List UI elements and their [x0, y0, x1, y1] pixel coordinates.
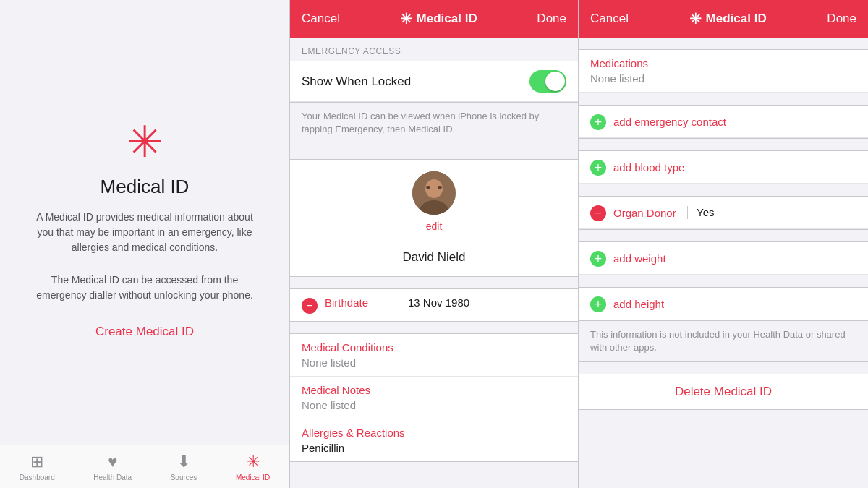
allergies-row: Allergies & Reactions Penicillin — [290, 419, 578, 461]
tab-medical-id[interactable]: ✳ Medical ID — [236, 453, 270, 481]
delete-medical-id-button[interactable]: Delete Medical ID — [579, 374, 868, 409]
right-nav-asterisk-icon: ✳ — [689, 10, 702, 27]
tab-bar: ⊞ Dashboard ♥ Health Data ⬇ Sources ✳ Me… — [0, 445, 289, 488]
add-blood-type-plus-icon[interactable]: + — [590, 160, 606, 176]
home-panel: ✳ Medical ID A Medical ID provides medic… — [0, 0, 289, 488]
show-when-locked-toggle[interactable] — [529, 70, 566, 93]
home-content: ✳ Medical ID A Medical ID provides medic… — [0, 0, 289, 445]
medications-value: None listed — [590, 72, 856, 85]
height-section: + add height This information is not inc… — [579, 287, 868, 362]
add-blood-type-row[interactable]: + add blood type — [579, 151, 868, 184]
allergies-label: Allergies & Reactions — [302, 427, 566, 439]
medical-id-tab-icon: ✳ — [247, 453, 260, 471]
organ-donor-label-section: Organ Donor — [613, 207, 678, 219]
svg-point-4 — [438, 186, 442, 189]
medications-section: Medications None listed — [579, 49, 868, 93]
home-title: Medical ID — [101, 176, 190, 198]
add-height-plus-icon[interactable]: + — [590, 296, 606, 312]
emergency-section-header: EMERGENCY ACCESS — [290, 38, 578, 61]
medical-id-icon: ✳ — [127, 121, 163, 164]
profile-name-row: David Nield — [302, 241, 566, 265]
right-scroll-content: Medications None listed + add emergency … — [579, 38, 868, 488]
profile-edit-link[interactable]: edit — [426, 221, 443, 232]
avatar-svg — [412, 171, 456, 215]
svg-point-3 — [426, 186, 430, 189]
mid-nav-bar: Cancel ✳ Medical ID Done — [290, 0, 578, 38]
organ-donor-minus-button[interactable]: − — [590, 205, 606, 221]
profile-name: David Nield — [403, 250, 466, 264]
right-cancel-button[interactable]: Cancel — [590, 12, 629, 26]
right-nav-bar: Cancel ✳ Medical ID Done — [579, 0, 868, 38]
right-nav-title: ✳ Medical ID — [689, 10, 767, 27]
allergies-value: Penicillin — [302, 442, 566, 454]
medications-row: Medications None listed — [579, 50, 868, 93]
tab-medical-id-label: Medical ID — [236, 474, 270, 481]
right-done-button[interactable]: Done — [827, 12, 856, 26]
medications-label: Medications — [590, 57, 856, 69]
organ-donor-row: − Organ Donor Yes — [579, 197, 868, 229]
add-weight-row[interactable]: + add weight — [579, 242, 868, 275]
medical-notes-row: Medical Notes None listed — [290, 377, 578, 419]
mid-scroll-content: EMERGENCY ACCESS Show When Locked Your M… — [290, 38, 578, 488]
sources-icon: ⬇ — [177, 453, 190, 471]
mid-nav-title: ✳ Medical ID — [400, 10, 477, 27]
add-blood-type-label: add blood type — [613, 161, 684, 174]
weight-section: + add weight — [579, 241, 868, 275]
birthdate-row: − Birthdate 13 Nov 1980 — [290, 289, 578, 321]
dashboard-icon: ⊞ — [30, 453, 43, 471]
add-height-label: add height — [613, 298, 664, 310]
medical-notes-label: Medical Notes — [302, 384, 566, 396]
mid-done-button[interactable]: Done — [537, 12, 566, 26]
create-medical-id-link[interactable]: Create Medical ID — [95, 325, 194, 339]
organ-donor-value: Yes — [697, 206, 714, 218]
health-data-icon: ♥ — [108, 453, 117, 471]
birthdate-value[interactable]: 13 Nov 1980 — [408, 296, 469, 309]
mid-panel: Cancel ✳ Medical ID Done EMERGENCY ACCES… — [289, 0, 579, 488]
birthdate-section: − Birthdate 13 Nov 1980 — [290, 288, 578, 322]
medical-conditions-row: Medical Conditions None listed — [290, 334, 578, 377]
show-when-locked-row: Show When Locked — [290, 61, 578, 102]
right-panel: Cancel ✳ Medical ID Done Medications Non… — [579, 0, 868, 488]
organ-donor-value-section[interactable]: Yes — [687, 206, 714, 219]
mid-nav-asterisk-icon: ✳ — [400, 10, 412, 27]
organ-donor-section: − Organ Donor Yes — [579, 196, 868, 230]
tab-sources-label: Sources — [171, 474, 197, 481]
svg-point-1 — [425, 179, 443, 198]
birthdate-divider — [399, 296, 399, 312]
medical-conditions-label: Medical Conditions — [302, 341, 566, 354]
add-height-row[interactable]: + add height — [579, 288, 868, 320]
medical-conditions-value: None listed — [302, 356, 566, 369]
emergency-contact-section: + add emergency contact — [579, 105, 868, 139]
birthdate-label: Birthdate — [325, 296, 390, 309]
add-emergency-contact-label: add emergency contact — [613, 116, 726, 128]
emergency-access-group: Show When Locked — [290, 61, 578, 103]
medical-conditions-section: Medical Conditions None listed Medical N… — [290, 333, 578, 462]
organ-donor-label: Organ Donor — [613, 207, 678, 219]
right-nav-title-text: Medical ID — [706, 12, 767, 26]
add-emergency-contact-row[interactable]: + add emergency contact — [579, 106, 868, 138]
show-when-locked-label: Show When Locked — [302, 74, 411, 89]
info-note: This information is not included in your… — [579, 320, 868, 361]
mid-nav-title-text: Medical ID — [417, 12, 477, 26]
tab-sources[interactable]: ⬇ Sources — [171, 453, 197, 481]
birthdate-minus-button[interactable]: − — [302, 298, 318, 314]
emergency-note: Your Medical ID can be viewed when iPhon… — [290, 103, 578, 147]
delete-section: Delete Medical ID — [579, 374, 868, 410]
tab-dashboard-label: Dashboard — [20, 474, 55, 481]
avatar — [412, 171, 456, 215]
profile-section: edit David Nield — [290, 159, 578, 277]
home-description2: The Medical ID can be accessed from the … — [29, 273, 260, 303]
add-weight-plus-icon[interactable]: + — [590, 251, 606, 267]
tab-dashboard[interactable]: ⊞ Dashboard — [20, 453, 55, 481]
add-weight-label: add weight — [613, 252, 666, 265]
blood-type-section: + add blood type — [579, 150, 868, 184]
tab-health-data[interactable]: ♥ Health Data — [93, 453, 132, 481]
home-description: A Medical ID provides medical informatio… — [29, 210, 260, 255]
mid-cancel-button[interactable]: Cancel — [302, 12, 340, 26]
add-emergency-contact-plus-icon[interactable]: + — [590, 114, 606, 130]
avatar-image — [412, 171, 456, 215]
medical-notes-value: None listed — [302, 399, 566, 411]
tab-health-data-label: Health Data — [93, 474, 132, 481]
